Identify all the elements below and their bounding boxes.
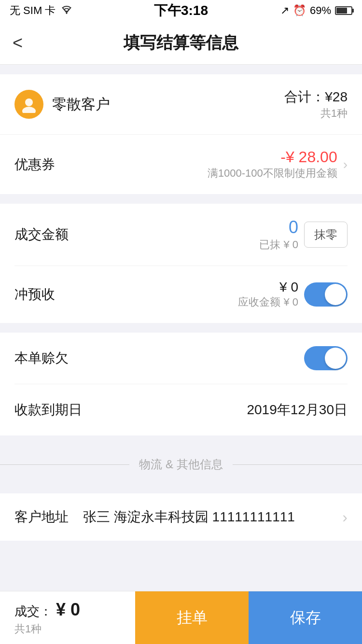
bottom-deal-label: 成交： bbox=[14, 603, 52, 620]
toggle-knob bbox=[325, 284, 346, 305]
address-row[interactable]: 客户地址 张三 海淀永丰科技园 11111111111 › bbox=[0, 493, 362, 541]
coupon-row[interactable]: 优惠券 -¥ 28.00 满1000-100不限制使用金额 › bbox=[14, 135, 348, 194]
logistics-separator: 物流 & 其他信息 bbox=[0, 445, 362, 484]
status-bar: 无 SIM 卡 下午3:18 ↗ ⏰ 69% bbox=[0, 0, 362, 21]
pre-receipt-toggle[interactable] bbox=[304, 282, 348, 307]
carrier-text: 无 SIM 卡 bbox=[10, 3, 56, 18]
pre-receipt-amount: ¥ 0 bbox=[238, 280, 298, 295]
sep-line-right bbox=[233, 464, 362, 465]
customer-total: 合计：¥28 bbox=[284, 88, 348, 106]
location-icon: ↗ bbox=[280, 4, 289, 17]
svg-point-0 bbox=[66, 13, 68, 14]
pre-receipt-sub: 应收金额 ¥ 0 bbox=[238, 295, 298, 309]
customer-name: 零散客户 bbox=[52, 95, 110, 114]
coupon-section: 优惠券 -¥ 28.00 满1000-100不限制使用金额 › bbox=[0, 135, 362, 194]
due-date-value: 2019年12月30日 bbox=[247, 401, 348, 419]
debt-toggle[interactable] bbox=[304, 346, 348, 370]
chevron-right-icon: › bbox=[343, 157, 348, 172]
transaction-section: 成交金额 0 已抹 ¥ 0 抹零 冲预收 ¥ 0 应收金额 ¥ 0 bbox=[0, 204, 362, 323]
svg-point-2 bbox=[22, 107, 36, 113]
bottom-info: 成交： ¥ 0 共1种 bbox=[0, 600, 135, 636]
bottom-bar: 成交： ¥ 0 共1种 挂单 保存 bbox=[0, 591, 362, 644]
coupon-amount: -¥ 28.00 bbox=[208, 148, 337, 166]
bottom-deal-count: 共1种 bbox=[14, 622, 121, 636]
address-label: 客户地址 bbox=[14, 508, 69, 526]
status-time: 下午3:18 bbox=[154, 1, 208, 20]
back-button[interactable]: < bbox=[13, 33, 23, 53]
address-value: 张三 海淀永丰科技园 11111111111 bbox=[83, 508, 337, 526]
avatar bbox=[14, 90, 43, 119]
wifi-icon bbox=[60, 4, 73, 17]
battery-text: 69% bbox=[310, 4, 331, 17]
page-title: 填写结算等信息 bbox=[124, 32, 238, 54]
customer-left: 零散客户 bbox=[14, 90, 110, 119]
debt-row: 本单赊欠 bbox=[14, 333, 348, 384]
customer-row: 零散客户 合计：¥28 共1种 bbox=[0, 74, 362, 134]
transaction-right: 0 已抹 ¥ 0 抹零 bbox=[259, 217, 348, 252]
pre-receipt-row: 冲预收 ¥ 0 应收金额 ¥ 0 bbox=[14, 266, 348, 323]
transaction-sub: 已抹 ¥ 0 bbox=[259, 238, 298, 252]
debt-label: 本单赊欠 bbox=[14, 349, 69, 367]
transaction-value-group: 0 已抹 ¥ 0 bbox=[259, 217, 298, 252]
transaction-amount-input[interactable]: 0 bbox=[260, 217, 298, 238]
customer-summary: 合计：¥28 共1种 bbox=[284, 88, 348, 121]
coupon-value: -¥ 28.00 满1000-100不限制使用金额 bbox=[208, 148, 337, 181]
due-date-row[interactable]: 收款到期日 2019年12月30日 bbox=[14, 384, 348, 435]
debt-section: 本单赊欠 收款到期日 2019年12月30日 bbox=[0, 333, 362, 435]
coupon-desc: 满1000-100不限制使用金额 bbox=[208, 166, 337, 181]
due-date-label: 收款到期日 bbox=[14, 401, 82, 419]
sep-line-left bbox=[0, 464, 129, 465]
pre-receipt-label: 冲预收 bbox=[14, 285, 55, 304]
status-left: 无 SIM 卡 bbox=[10, 3, 73, 18]
bottom-deal-row: 成交： ¥ 0 bbox=[14, 600, 121, 620]
pre-receipt-right: ¥ 0 应收金额 ¥ 0 bbox=[238, 280, 348, 309]
coupon-right: -¥ 28.00 满1000-100不限制使用金额 › bbox=[208, 148, 348, 181]
nav-bar: < 填写结算等信息 bbox=[0, 21, 362, 65]
alarm-icon: ⏰ bbox=[293, 4, 306, 17]
debt-toggle-knob bbox=[325, 348, 346, 369]
battery-icon bbox=[335, 6, 352, 15]
logistics-sep-text: 物流 & 其他信息 bbox=[139, 457, 223, 472]
pending-button[interactable]: 挂单 bbox=[135, 591, 249, 644]
pre-receipt-values: ¥ 0 应收金额 ¥ 0 bbox=[238, 280, 298, 309]
svg-point-1 bbox=[25, 98, 33, 106]
status-right: ↗ ⏰ 69% bbox=[280, 4, 352, 17]
bottom-deal-amount: ¥ 0 bbox=[56, 600, 80, 620]
address-chevron-icon: › bbox=[342, 508, 348, 526]
transaction-row: 成交金额 0 已抹 ¥ 0 抹零 bbox=[14, 204, 348, 266]
customer-count: 共1种 bbox=[284, 106, 348, 121]
coupon-label: 优惠券 bbox=[14, 155, 55, 174]
transaction-label: 成交金额 bbox=[14, 225, 69, 244]
round-down-button[interactable]: 抹零 bbox=[304, 222, 348, 248]
save-button[interactable]: 保存 bbox=[249, 591, 362, 644]
